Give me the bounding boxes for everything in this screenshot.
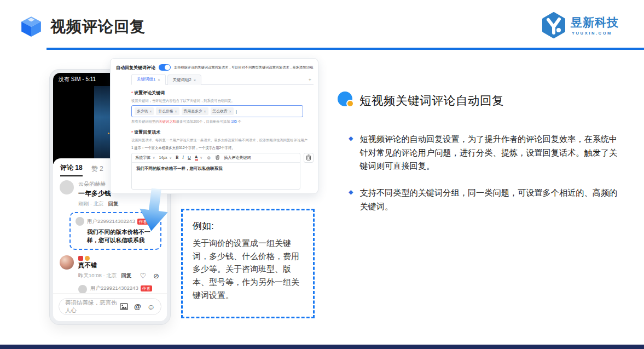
example-title: 例如:: [193, 220, 303, 232]
feature-heading: 短视频关键词评论自动回复: [359, 93, 504, 108]
section-reply-desc: 设置回复话术、每回复一个用户评论只发送一条话术。最多支持设置10条不同话术，按添…: [131, 138, 312, 142]
diamond-icon: ◆: [349, 188, 353, 213]
chevron-down-icon: ∨: [200, 156, 202, 159]
dialog-title: 自动回复关键词评论: [116, 65, 155, 71]
italic-button[interactable]: I: [182, 155, 184, 160]
avatar[interactable]: [76, 217, 84, 226]
link-icon[interactable]: [215, 155, 220, 161]
example-note-box: 例如: 关于询价的设置成一组关键词，多少钱、什么价格，费用多少等。关于咨询班型、…: [181, 209, 315, 318]
chevron-down-icon: ∨: [170, 156, 172, 159]
cube-logo-icon: [20, 15, 43, 38]
company-name: 昱新科技: [571, 15, 619, 30]
tab-keyword-group-1[interactable]: 关键词组1 ×: [131, 74, 166, 85]
feature-bullet-icon-accent: [346, 100, 354, 107]
comment-input[interactable]: 善语结善缘，恶言伤人心 @ ☺: [59, 298, 161, 315]
bold-button[interactable]: B: [176, 155, 178, 160]
avatar[interactable]: [60, 255, 74, 270]
page-title: 视频评论回复: [50, 16, 146, 37]
close-icon[interactable]: ×: [175, 110, 177, 113]
tab-keyword-group-2[interactable]: 关键词组2 ×: [167, 75, 202, 85]
underline-button[interactable]: U: [188, 155, 191, 160]
close-icon[interactable]: ×: [229, 110, 231, 113]
header-divider: [47, 48, 644, 50]
like-icon[interactable]: ♡: [140, 272, 146, 280]
font-size-select[interactable]: 14px∨: [159, 156, 172, 159]
required-asterisk: *: [131, 130, 133, 135]
editor-toolbar: 系统字体∨ 14px∨ B I U A∨ ☺: [132, 153, 300, 163]
image-icon[interactable]: [120, 303, 128, 310]
trash-icon: [306, 155, 311, 161]
section-reply-title: *设置回复话术: [131, 129, 314, 135]
section-keywords-desc: 设置关键词，当评论里内容包含了以下关键词，则系统可自动回复。: [131, 98, 314, 103]
pointer-arrow-icon: [134, 187, 173, 234]
keyword-tag[interactable]: 怎么收费×: [211, 107, 234, 115]
section-keywords-title: *设置评论关键词: [131, 90, 314, 96]
close-icon[interactable]: ×: [204, 110, 206, 113]
insert-keyword-button[interactable]: 插入评论关键词: [224, 155, 251, 161]
keyword-group-tabs: 关键词组1 × 关键词组2 × +: [131, 74, 314, 85]
keyword-tag[interactable]: 什么价格×: [156, 107, 179, 115]
tab-likes[interactable]: 赞 2: [91, 164, 103, 176]
dialog-description: 支持根据评论的关键词设置回复话术，可以针对不同类型关键词设置回复话术，最多添加1…: [174, 65, 313, 70]
reply-username: 用户2299214302243: [87, 218, 135, 225]
text-cursor: |: [236, 109, 237, 114]
delete-reply-button[interactable]: [304, 153, 314, 163]
user-badge-icon: [85, 256, 90, 261]
emoji-icon[interactable]: ☺: [147, 302, 155, 311]
avatar[interactable]: [60, 180, 74, 194]
diamond-icon: ◆: [349, 135, 353, 173]
avatar[interactable]: [78, 285, 87, 294]
comment-input-bar: 善语结善缘，恶言伤人心 @ ☺: [53, 294, 167, 321]
company-domain: YUUXIN.COM: [572, 31, 612, 36]
auto-reply-toggle[interactable]: [159, 64, 171, 71]
dislike-icon[interactable]: ⊘: [153, 272, 159, 280]
comment-text: 真不错: [78, 261, 160, 270]
rich-text-editor: 系统字体∨ 14px∨ B I U A∨ ☺: [131, 153, 300, 190]
input-placeholder: 善语结善缘，恶言伤人心: [65, 299, 120, 314]
page: 视频评论回复 昱新科技 YUUXIN.COM 没有 SIM - 5:11 有酸也…: [0, 0, 644, 349]
keyword-tag[interactable]: 费用是多少×: [182, 107, 208, 115]
close-icon[interactable]: ×: [194, 78, 196, 83]
comment-time: 昨天10:08 · 北京: [78, 272, 117, 279]
auto-reply-settings-dialog: 自动回复关键词评论 支持根据评论的关键词设置回复话术，可以针对不同类型关键词设置…: [110, 58, 318, 194]
close-icon[interactable]: ×: [149, 110, 152, 113]
keyword-tag[interactable]: 多少钱×: [135, 107, 154, 115]
font-color-button[interactable]: A∨: [195, 155, 202, 161]
feature-bullet-1: ◆ 短视频评论的自动回复设置，为了提升作者的评论回复效率，在系统中针对常见的评论…: [349, 133, 625, 173]
comment-time: 刚刚 · 北京: [78, 201, 103, 208]
reply-username: 用户2299214302243: [90, 285, 138, 292]
emoji-icon[interactable]: ☺: [206, 155, 211, 161]
reply-button[interactable]: 回复: [108, 201, 118, 208]
company-logo-icon: [541, 12, 567, 38]
editor-tip: 1 提示：一个富文本框最多支持512个字符，一个汉字占用2个字符。: [131, 146, 314, 151]
add-tab-button[interactable]: +: [309, 77, 314, 84]
keywords-input[interactable]: 多少钱× 什么价格× 费用是多少× 怎么收费× |: [131, 105, 303, 117]
chevron-down-icon: ∨: [153, 156, 155, 159]
required-asterisk: *: [131, 90, 133, 95]
reply-button[interactable]: 回复: [121, 272, 131, 279]
font-family-select[interactable]: 系统字体∨: [135, 155, 155, 161]
user-badge-icon: [78, 256, 83, 261]
close-icon[interactable]: ×: [158, 77, 160, 82]
tab-comments[interactable]: 评论 18: [60, 163, 83, 176]
mention-icon[interactable]: @: [134, 302, 141, 311]
keywords-quota-note: 所有关键词组里的关键词之和最多可添加200个，目前剩余可添加 195 个: [131, 119, 314, 124]
reply-text-editor-content[interactable]: 我们不同的版本价格不一样，您可以私信联系我: [132, 163, 300, 189]
feature-bullet-2: ◆ 支持不同类型的关键词分组，同一类问题，可设置多个相近的、高频的关键词。: [349, 186, 625, 213]
footer-bar: [0, 345, 644, 349]
author-badge: 作者: [141, 285, 152, 291]
example-body: 关于询价的设置成一组关键词，多少钱、什么价格，费用多少等。关于咨询班型、版本、型…: [193, 237, 303, 301]
